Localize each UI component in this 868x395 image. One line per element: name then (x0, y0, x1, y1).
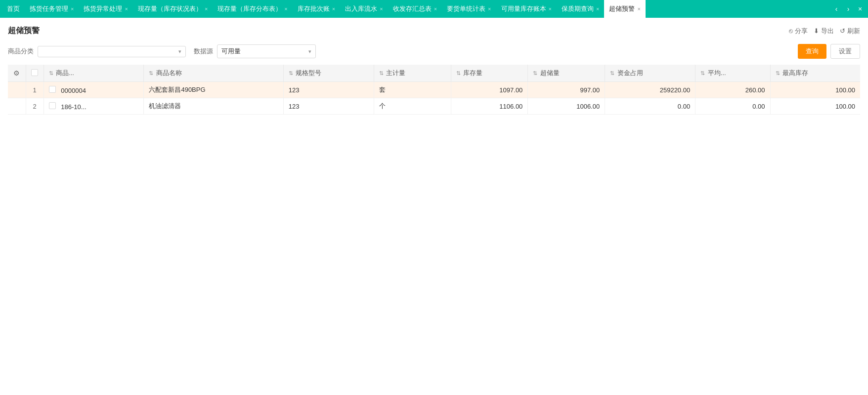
col-product-code-header[interactable]: ⇅ 商品... (43, 65, 144, 82)
sort-icon: ⇅ (700, 70, 705, 76)
settings-button[interactable]: 设置 (830, 44, 860, 59)
data-source-value: 可用量 (221, 47, 241, 56)
export-icon: ⬇ (814, 27, 819, 35)
close-icon[interactable]: × (125, 6, 128, 12)
table-header: ⚙ ⇅ 商品... ⇅ 商品名称 ⇅ 规格型号 ⇅ (8, 65, 860, 82)
filter-actions: 查询 设置 (798, 44, 860, 59)
nav-item-inout-flow[interactable]: 出入库流水 × (340, 0, 388, 18)
nav-item-home[interactable]: 首页 (2, 0, 25, 18)
col-overstock-header[interactable]: ⇅ 超储量 (528, 65, 605, 82)
close-icon[interactable]: × (488, 6, 491, 12)
page-content: 超储预警 ⎋ 分享 ⬇ 导出 ↺ 刷新 商品分类 ▾ 数据源 (0, 18, 868, 395)
row-num: 1 (26, 82, 43, 98)
sort-icon: ⇅ (776, 70, 780, 76)
category-select[interactable]: ▾ (38, 46, 186, 57)
close-icon[interactable]: × (596, 6, 599, 12)
row-capital: 0.00 (605, 98, 695, 115)
sort-icon: ⇅ (49, 70, 53, 76)
row-avg: 260.00 (695, 82, 770, 98)
col-spec-header[interactable]: ⇅ 规格型号 (283, 65, 374, 82)
row-overstock: 997.00 (528, 82, 605, 98)
sort-icon: ⇅ (379, 70, 384, 76)
close-icon[interactable]: × (549, 6, 552, 12)
close-icon[interactable]: × (332, 6, 335, 12)
sort-icon: ⇅ (456, 70, 461, 76)
nav-item-exception[interactable]: 拣货异常处理 × (79, 0, 132, 18)
nav-item-stock-status[interactable]: 现存量（库存状况表） × (133, 0, 213, 18)
col-product-name-header[interactable]: ⇅ 商品名称 (144, 65, 283, 82)
close-icon[interactable]: × (71, 6, 74, 12)
col-avg-header[interactable]: ⇅ 平均... (695, 65, 770, 82)
chevron-down-icon: ▾ (178, 48, 181, 55)
sort-icon: ⇅ (533, 70, 537, 76)
row-product-name: 机油滤清器 (144, 98, 283, 115)
close-icon[interactable]: × (434, 6, 437, 12)
nav-arrow-right[interactable]: › (842, 0, 854, 18)
nav-arrow-left[interactable]: ‹ (830, 0, 842, 18)
close-icon[interactable]: × (637, 6, 640, 12)
row-max-stock: 100.00 (770, 82, 860, 98)
row-unit: 套 (374, 82, 451, 98)
page-header: 超储预警 ⎋ 分享 ⬇ 导出 ↺ 刷新 (8, 26, 860, 36)
close-icon[interactable]: × (380, 6, 383, 12)
col-settings-header[interactable]: ⚙ (8, 65, 26, 82)
category-label: 商品分类 (8, 47, 34, 56)
nav-item-stock-dist[interactable]: 现存量（库存分布表） × (213, 0, 292, 18)
nav-item-available-stock[interactable]: 可用量库存账本 × (496, 0, 557, 18)
row-capital: 259220.00 (605, 82, 695, 98)
col-unit-header[interactable]: ⇅ 主计量 (374, 65, 451, 82)
row-spec: 123 (283, 98, 374, 115)
sort-icon: ⇅ (610, 70, 614, 76)
share-button[interactable]: ⎋ 分享 (789, 27, 808, 36)
select-all-checkbox[interactable] (31, 69, 38, 76)
table-row: 1 0000004 六配套新昌490BPG 123 套 1097.00 997.… (8, 82, 860, 98)
row-max-stock: 100.00 (770, 98, 860, 115)
row-checkbox[interactable] (49, 102, 56, 109)
col-max-stock-header[interactable]: ⇅ 最高库存 (770, 65, 860, 82)
data-source-select[interactable]: 可用量 ▾ (217, 44, 316, 58)
table-body: 1 0000004 六配套新昌490BPG 123 套 1097.00 997.… (8, 82, 860, 115)
filter-row: 商品分类 ▾ 数据源 可用量 ▾ 查询 设置 (8, 44, 860, 59)
sort-icon: ⇅ (149, 70, 153, 76)
row-settings (8, 98, 26, 115)
sort-icon: ⇅ (289, 70, 293, 76)
col-stock-header[interactable]: ⇅ 库存量 (451, 65, 528, 82)
nav-item-batch[interactable]: 库存批次账 × (293, 0, 340, 18)
close-icon[interactable]: × (284, 6, 287, 12)
export-button[interactable]: ⬇ 导出 (814, 27, 834, 36)
col-checkbox-header[interactable] (26, 65, 43, 82)
nav-item-task-mgmt[interactable]: 拣货任务管理 × (25, 0, 79, 18)
nav-arrow-close[interactable]: × (854, 0, 866, 18)
row-unit: 个 (374, 98, 451, 115)
nav-item-overstock[interactable]: 超储预警 × (604, 0, 645, 18)
row-settings (8, 82, 26, 98)
row-stock: 1097.00 (451, 82, 528, 98)
data-source-filter: 数据源 可用量 ▾ (194, 44, 316, 58)
nav-item-summary[interactable]: 收发存汇总表 × (388, 0, 442, 18)
row-product-name: 六配套新昌490BPG (144, 82, 283, 98)
settings-icon: ⚙ (13, 69, 20, 77)
row-spec: 123 (283, 82, 374, 98)
data-source-label: 数据源 (194, 47, 213, 56)
table-row: 2 186-10... 机油滤清器 123 个 1106.00 1006.00 … (8, 98, 860, 115)
row-overstock: 1006.00 (528, 98, 605, 115)
row-num: 2 (26, 98, 43, 115)
share-icon: ⎋ (789, 27, 793, 35)
query-button[interactable]: 查询 (798, 44, 826, 59)
row-avg: 0.00 (695, 98, 770, 115)
row-checkbox[interactable] (49, 86, 56, 93)
close-icon[interactable]: × (205, 6, 208, 12)
row-checkbox-cell: 186-10... (43, 98, 144, 115)
chevron-down-icon: ▾ (308, 48, 311, 55)
col-capital-header[interactable]: ⇅ 资金占用 (605, 65, 695, 82)
header-actions: ⎋ 分享 ⬇ 导出 ↺ 刷新 (789, 27, 860, 36)
data-table: ⚙ ⇅ 商品... ⇅ 商品名称 ⇅ 规格型号 ⇅ (8, 65, 860, 115)
category-filter: 商品分类 ▾ (8, 46, 186, 57)
page-title: 超储预警 (8, 26, 40, 36)
top-navigation: 首页 拣货任务管理 × 拣货异常处理 × 现存量（库存状况表） × 现存量（库存… (0, 0, 868, 18)
nav-item-order-stats[interactable]: 要货单统计表 × (442, 0, 496, 18)
refresh-icon: ↺ (840, 27, 845, 35)
nav-item-expiry[interactable]: 保质期查询 × (557, 0, 604, 18)
refresh-button[interactable]: ↺ 刷新 (840, 27, 860, 36)
row-stock: 1106.00 (451, 98, 528, 115)
